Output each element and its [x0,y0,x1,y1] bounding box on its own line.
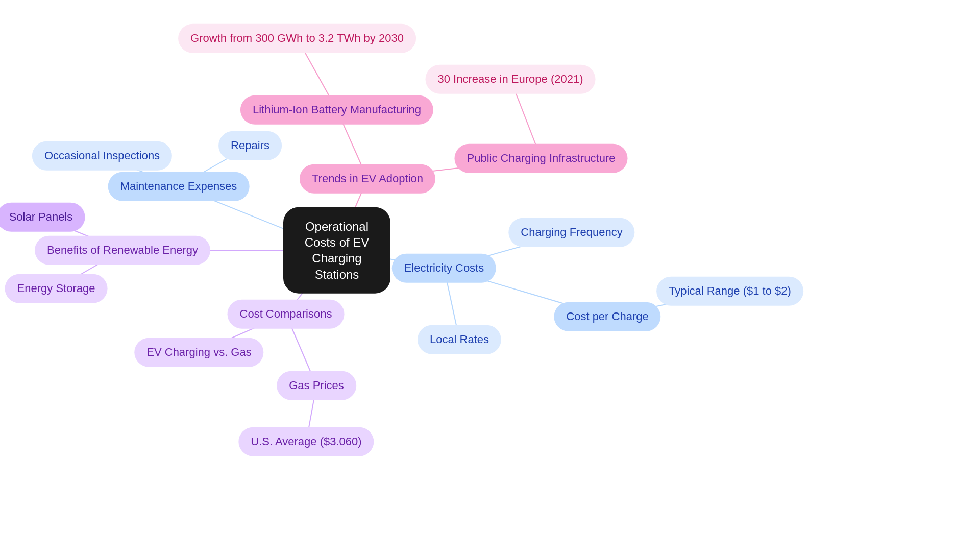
node-charging_freq: Charging Frequency [508,218,634,247]
node-lithium: Lithium-Ion Battery Manufacturing [240,95,433,125]
mindmap-container: Operational Costs of EV Charging Station… [0,0,980,553]
node-repairs: Repairs [218,131,282,160]
node-local_rates: Local Rates [418,325,501,354]
node-growth: Growth from 300 GWh to 3.2 TWh by 2030 [178,24,416,53]
node-public_charging: Public Charging Infrastructure [454,144,627,173]
node-cost_comparisons: Cost Comparisons [228,300,345,329]
node-renewable: Benefits of Renewable Energy [35,236,210,265]
node-solar: Solar Panels [0,203,85,232]
node-electricity: Electricity Costs [392,254,496,283]
node-gas_prices: Gas Prices [277,371,356,400]
node-typical_range: Typical Range ($1 to $2) [656,277,803,306]
node-inspections: Occasional Inspections [32,141,172,171]
node-us_average: U.S. Average ($3.060) [238,427,374,456]
node-center: Operational Costs of EV Charging Station… [283,207,390,294]
node-storage: Energy Storage [5,274,108,303]
node-ev_vs_gas: EV Charging vs. Gas [134,338,263,367]
node-trends: Trends in EV Adoption [300,164,435,194]
node-maintenance: Maintenance Expenses [108,172,250,201]
node-europe: 30 Increase in Europe (2021) [426,65,596,94]
node-cost_per_charge: Cost per Charge [554,302,660,331]
